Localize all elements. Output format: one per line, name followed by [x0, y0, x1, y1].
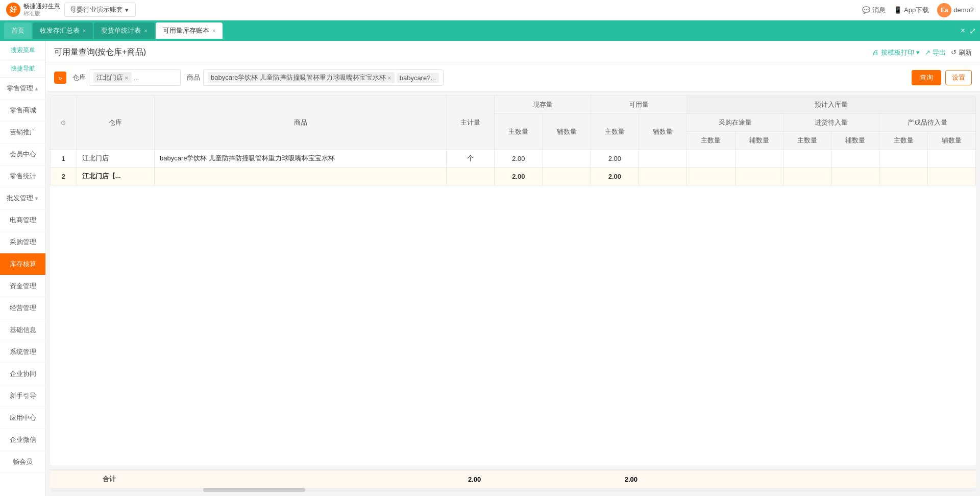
home-tab-label: 首页 — [11, 26, 24, 35]
tab-yaohuo[interactable]: 要货单统计表 × — [94, 22, 154, 39]
message-label: 消息 — [872, 6, 886, 15]
sidebar-item-retail-stats[interactable]: 零售统计 — [0, 166, 45, 187]
cell-purchase-sub-1 — [735, 150, 783, 168]
expand-icon: » — [58, 74, 62, 82]
cell-current-main-2: 2.00 — [495, 168, 543, 185]
expand-filter-button[interactable]: » — [54, 72, 66, 84]
warehouse-tag-remove[interactable]: × — [125, 74, 129, 82]
sidebar-quick-nav[interactable]: 快捷导航 — [0, 60, 45, 78]
sidebar-item-purchase[interactable]: 采购管理 — [0, 231, 45, 253]
sidebar-item-member[interactable]: 会员中心 — [0, 144, 45, 166]
cell-warehouse-2: 江北门店【... — [77, 168, 154, 185]
sidebar-item-newbie[interactable]: 新手引导 — [0, 385, 45, 407]
tab-home[interactable]: 首页 — [4, 22, 32, 39]
sidebar-purchase-label: 采购管理 — [10, 238, 36, 247]
sidebar-system-label: 系统管理 — [10, 347, 36, 357]
cell-purchase-sub-2 — [735, 168, 783, 185]
sidebar-member-label: 会员中心 — [10, 150, 36, 159]
industry-selector[interactable]: 母婴行业演示账套 ▾ — [64, 3, 136, 17]
page-actions: 🖨 按模板打印 ▾ ↗ 导出 ↺ 刷新 — [872, 48, 972, 57]
sidebar-item-basic[interactable]: 基础信息 — [0, 319, 45, 341]
refresh-icon: ↺ — [951, 49, 957, 56]
sidebar-search[interactable]: 搜索菜单 — [0, 41, 45, 60]
warehouse-tag-text: 江北门店 — [96, 73, 123, 82]
tab-yaohuo-label: 要货单统计表 — [101, 26, 141, 35]
th-current-sub: 辅数量 — [543, 114, 591, 150]
cell-unit-2 — [447, 168, 495, 185]
sidebar-item-member2[interactable]: 畅会员 — [0, 451, 45, 473]
product-input[interactable]: babycare学饮杯 儿童防摔防撞吸管杯重力球吸嘴杯宝宝水杯 × babyca… — [203, 69, 444, 86]
warehouse-dots[interactable]: ... — [134, 74, 139, 82]
sidebar-item-weixin[interactable]: 企业微信 — [0, 429, 45, 451]
refresh-label: 刷新 — [959, 48, 972, 57]
message-button[interactable]: 💬 消息 — [862, 6, 886, 15]
product-tag-1-remove[interactable]: × — [387, 74, 391, 82]
tab-keyongliang-close[interactable]: × — [212, 28, 215, 34]
username-label: demo2 — [953, 6, 974, 14]
tab-yaohuo-close[interactable]: × — [144, 28, 147, 34]
tab-shoufacun[interactable]: 收发存汇总表 × — [33, 22, 93, 39]
cell-product-1: babycare学饮杯 儿童防摔防撞吸管杯重力球吸嘴杯宝宝水杯 — [154, 150, 446, 168]
setting-button[interactable]: 设置 — [945, 70, 972, 85]
th-unit: 主计量 — [447, 96, 495, 150]
expand-window-button[interactable]: ⤢ — [969, 26, 976, 36]
cell-product-sub-1 — [927, 150, 975, 168]
cell-product-2 — [154, 168, 446, 185]
close-window-button[interactable]: × — [961, 26, 965, 36]
sidebar-item-marketing[interactable]: 营销推广 — [0, 122, 45, 144]
sidebar-item-zero-sales[interactable]: 零售管理 ▲ — [0, 78, 45, 100]
filter-actions: 查询 设置 — [912, 70, 972, 85]
brand-logo: 好 畅捷通好生意 标准版 — [6, 3, 60, 17]
industry-label: 母婴行业演示账套 — [70, 5, 123, 14]
print-button[interactable]: 🖨 按模板打印 ▾ — [872, 48, 920, 57]
app-download-button[interactable]: 📱 App下载 — [894, 6, 929, 15]
tab-keyongliang[interactable]: 可用量库存账本 × — [156, 22, 223, 39]
cell-index-2: 2 — [51, 168, 77, 185]
warehouse-input[interactable]: 江北门店 × ... — [89, 69, 181, 86]
tab-keyongliang-label: 可用量库存账本 — [163, 26, 209, 35]
product-tag-1: babycare学饮杯 儿童防摔防撞吸管杯重力球吸嘴杯宝宝水杯 × — [208, 72, 395, 83]
nav-controls: × ⤢ — [961, 26, 976, 36]
th-inbound-main: 主数量 — [783, 132, 831, 150]
scrollbar-thumb[interactable] — [203, 488, 305, 492]
phone-icon: 📱 — [894, 6, 902, 14]
sidebar-retail-stats-label: 零售统计 — [10, 172, 36, 181]
query-button[interactable]: 查询 — [912, 70, 941, 85]
top-bar-left: 好 畅捷通好生意 标准版 母婴行业演示账套 ▾ — [6, 3, 136, 17]
main-layout: 搜索菜单 快捷导航 零售管理 ▲ 零售商城 营销推广 会员中心 零售统计 批发管… — [0, 41, 980, 496]
cell-avail-main-2: 2.00 — [591, 168, 639, 185]
cell-avail-sub-1 — [639, 150, 687, 168]
sidebar-item-appstore[interactable]: 应用中心 — [0, 407, 45, 429]
sidebar-item-inventory[interactable]: 库存核算 — [0, 253, 45, 275]
cell-inbound-main-1 — [783, 150, 831, 168]
sidebar-weixin-label: 企业微信 — [10, 435, 36, 444]
user-menu[interactable]: Ea demo2 — [937, 3, 974, 17]
refresh-button[interactable]: ↺ 刷新 — [951, 48, 972, 57]
brand-sub: 标准版 — [23, 10, 60, 17]
top-bar: 好 畅捷通好生意 标准版 母婴行业演示账套 ▾ 💬 消息 📱 App下载 Ea … — [0, 0, 980, 20]
cell-purchase-main-2 — [687, 168, 735, 185]
product-label: 商品 — [187, 73, 200, 82]
tab-shoufacun-close[interactable]: × — [83, 28, 86, 34]
sidebar-appstore-label: 应用中心 — [10, 413, 36, 422]
sidebar-item-online-store[interactable]: 零售商城 — [0, 100, 45, 122]
export-button[interactable]: ↗ 导出 — [925, 48, 946, 57]
th-current-stock: 现存量 — [495, 96, 591, 114]
th-product: 商品 — [154, 96, 446, 150]
cell-avail-sub-2 — [639, 168, 687, 185]
sidebar-item-enterprise[interactable]: 企业协同 — [0, 363, 45, 385]
sidebar-finance-label: 资金管理 — [10, 281, 36, 291]
chevron-icon: ▲ — [34, 86, 39, 91]
sidebar-item-batch-mgmt[interactable]: 批发管理 ▼ — [0, 187, 45, 209]
th-settings[interactable]: ⚙ — [51, 96, 77, 150]
th-purchase-sub: 辅数量 — [735, 132, 783, 150]
horizontal-scrollbar[interactable] — [50, 488, 976, 492]
sidebar-newbie-label: 新手引导 — [10, 391, 36, 400]
sidebar-item-ecommerce[interactable]: 电商管理 — [0, 209, 45, 231]
sidebar-item-system[interactable]: 系统管理 — [0, 341, 45, 363]
sidebar-ecommerce-label: 电商管理 — [10, 216, 36, 225]
sidebar-item-finance[interactable]: 资金管理 — [0, 275, 45, 297]
th-product-pending: 产成品待入量 — [879, 114, 976, 132]
table-row: 2 江北门店【... 2.00 2.00 — [51, 168, 976, 185]
sidebar-item-operation[interactable]: 经营管理 — [0, 297, 45, 319]
